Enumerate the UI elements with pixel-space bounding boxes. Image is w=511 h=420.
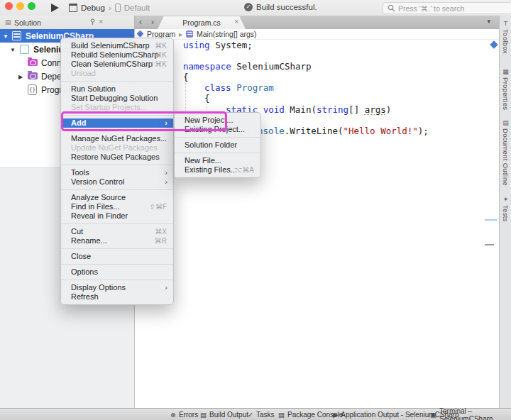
close-window-button[interactable] [5, 2, 13, 10]
tasks-icon: ✓ [248, 411, 253, 419]
disclosure-open-icon[interactable]: ▼ [3, 33, 9, 40]
solution-icon [12, 31, 21, 40]
navigate-back-button[interactable]: ‹ [139, 17, 142, 27]
disclosure-closed-icon[interactable]: ▶ [18, 74, 23, 80]
code-file-icon: {} [28, 84, 37, 95]
toolbar: Debug › Default ✓ Build successful. Pres… [0, 0, 511, 16]
code-token: "Hello World!" [343, 126, 417, 136]
build-output-pad-button[interactable]: ▤Build Output [200, 410, 248, 419]
run-button[interactable] [51, 4, 59, 12]
menu-item-tools[interactable]: Tools› [61, 168, 173, 177]
errors-pad-button[interactable]: ⊗Errors [170, 410, 198, 419]
menu-item-new-file[interactable]: New File... [175, 156, 260, 165]
class-icon [137, 31, 144, 38]
code-token: SeleniumCSharp [231, 61, 312, 72]
pin-pad-icon[interactable] [89, 18, 96, 26]
solution-context-menu: Build SeleniumCSharp⌘K Rebuild SeleniumC… [60, 38, 174, 305]
dock-tab-properties[interactable]: ▦ Properties [500, 68, 511, 110]
code-line: using System; [183, 40, 429, 50]
dock-tab-tests[interactable]: ✦ Tests [500, 196, 511, 222]
menu-item-solution-folder[interactable]: Solution Folder [175, 140, 260, 150]
menu-item-label: Options [71, 267, 98, 276]
menu-item-refresh[interactable]: Refresh [61, 292, 173, 302]
menu-item-start-debugging-solution[interactable]: Start Debugging Solution [61, 94, 173, 103]
tab-label: Program.cs [182, 18, 221, 27]
menu-item-label: Existing Files... [185, 165, 237, 174]
menu-item-label: Refresh [71, 292, 99, 301]
menu-item-display-options[interactable]: Display Options› [61, 283, 173, 292]
global-search-field[interactable]: Press '⌘.' to search [383, 2, 511, 14]
device-icon [115, 4, 121, 12]
menu-shortcut: ⌥⌘A [234, 165, 254, 175]
tasks-pad-button[interactable]: ✓Tasks [248, 410, 275, 419]
menu-separator [61, 248, 173, 249]
menu-item-find-in-files[interactable]: Find in Files...⇧⌘F [61, 202, 173, 211]
configuration-selector[interactable]: Debug › Default [69, 3, 150, 13]
menu-separator [61, 81, 173, 82]
menu-item-rename[interactable]: Rename...⌘R [61, 236, 173, 245]
annotation-highlight-box [61, 111, 227, 131]
dependencies-folder-icon [28, 72, 38, 79]
code-token: class [204, 82, 231, 93]
menu-item-build[interactable]: Build SeleniumCSharp⌘K [61, 41, 173, 50]
menu-item-options[interactable]: Options [61, 267, 173, 277]
code-line: namespace SeleniumCSharp [183, 61, 429, 72]
breadcrumb-member[interactable]: Main(string[] args) [197, 30, 257, 38]
solution-pad-icon: ▤ [5, 18, 11, 26]
code-token: ) [386, 104, 392, 115]
build-success-icon: ✓ [244, 3, 253, 11]
menu-item-label: Analyze Source [71, 193, 126, 201]
dock-tab-label: Tests [502, 205, 510, 222]
status-item-label: Terminal – SeleniumCSharp [439, 407, 511, 420]
breadcrumb: Program ▸ Main(string[] args) [135, 29, 499, 40]
tab-program-cs[interactable]: Program.cs [158, 16, 246, 29]
code-token: System; [210, 40, 253, 50]
status-bar: ⊗Errors ▤Build Output ✓Tasks ▤Package Co… [0, 408, 511, 420]
properties-icon: ▦ [502, 68, 509, 75]
menu-separator [61, 165, 173, 165]
menu-item-existing-files[interactable]: Existing Files...⌥⌘A [175, 165, 260, 175]
tab-list-dropdown-icon[interactable]: ▾ [487, 18, 490, 25]
menu-item-rebuild[interactable]: Rebuild SeleniumCSharp^⌘K [61, 50, 173, 60]
disclosure-open-icon[interactable]: ▼ [10, 47, 16, 53]
menu-separator [175, 137, 260, 138]
scrollbar-change-marker [485, 244, 494, 245]
menu-item-reveal-in-finder[interactable]: Reveal in Finder [61, 211, 173, 221]
menu-separator [61, 280, 173, 280]
dock-tab-label: Properties [502, 77, 510, 110]
build-output-icon: ▤ [200, 411, 207, 419]
submenu-arrow-icon: › [165, 283, 167, 292]
solution-pad-header: ▤ Solution × [0, 16, 135, 30]
package-console-icon: ▤ [278, 411, 285, 419]
terminal-pad-button[interactable]: ▣Terminal – SeleniumCSharp [430, 410, 511, 419]
minimize-window-button[interactable] [16, 2, 24, 10]
zoom-window-button[interactable] [28, 2, 35, 10]
errors-icon: ⊗ [170, 411, 176, 419]
dock-tab-document-outline[interactable]: ▤ Document Outline [500, 119, 511, 186]
dock-tab-label: Document Outline [502, 128, 510, 186]
close-pad-icon[interactable]: × [99, 17, 103, 26]
menu-item-label: Display Options [71, 283, 126, 292]
menu-item-close[interactable]: Close [61, 252, 173, 261]
connected-services-folder-icon [28, 59, 38, 66]
submenu-arrow-icon: › [165, 168, 167, 177]
menu-item-manage-nuget-packages[interactable]: Manage NuGet Packages... [61, 134, 173, 143]
menu-item-restore-nuget-packages[interactable]: Restore NuGet Packages [61, 153, 173, 162]
menu-item-label: Reveal in Finder [71, 211, 128, 220]
menu-item-clean[interactable]: Clean SeleniumCSharp⇧⌘K [61, 60, 173, 69]
search-icon [388, 4, 395, 12]
menu-item-run-solution[interactable]: Run Solution [61, 84, 173, 94]
menu-item-version-control[interactable]: Version Control› [61, 177, 173, 187]
code-token: Program [231, 82, 274, 93]
terminal-icon: ▣ [430, 411, 436, 419]
menu-item-label: Find in Files... [71, 202, 119, 211]
code-editor[interactable]: Program ▸ Main(string[] args) using Syst… [135, 29, 499, 408]
menu-item-cut[interactable]: Cut⌘X [61, 227, 173, 236]
dock-tab-toolbox[interactable]: T Toolbox [500, 20, 511, 54]
menu-separator [61, 264, 173, 265]
config-arrow-icon: › [109, 4, 111, 12]
navigate-forward-button[interactable]: › [151, 17, 154, 27]
menu-shortcut: ⇧⌘K [149, 60, 167, 69]
menu-item-analyze-source[interactable]: Analyze Source [61, 193, 173, 202]
tab-close-icon[interactable]: × [234, 17, 238, 26]
